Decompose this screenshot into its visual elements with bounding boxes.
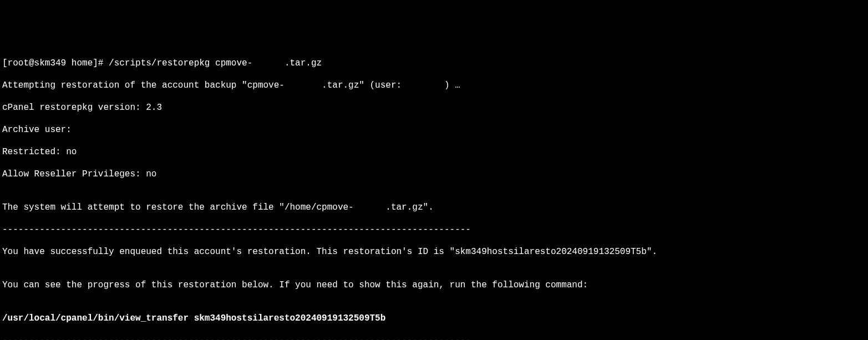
archive-user-line: Archive user:: [2, 124, 866, 135]
enqueued-line: You have successfully enqueued this acco…: [2, 246, 866, 257]
separator-line: ----------------------------------------…: [2, 224, 866, 235]
separator-line: ----------------------------------------…: [2, 335, 866, 340]
version-line: cPanel restorepkg version: 2.3: [2, 102, 866, 113]
attempting-line: Attempting restoration of the account ba…: [2, 80, 866, 91]
see-progress-line: You can see the progress of this restora…: [2, 280, 866, 291]
system-attempt-line: The system will attempt to restore the a…: [2, 202, 866, 213]
command-prompt-line: [root@skm349 home]# /scripts/restorepkg …: [2, 58, 866, 69]
view-transfer-command: /usr/local/cpanel/bin/view_transfer skm3…: [2, 313, 866, 324]
allow-reseller-line: Allow Reseller Privileges: no: [2, 169, 866, 180]
terminal-output: [root@skm349 home]# /scripts/restorepkg …: [2, 47, 866, 340]
restricted-line: Restricted: no: [2, 146, 866, 158]
